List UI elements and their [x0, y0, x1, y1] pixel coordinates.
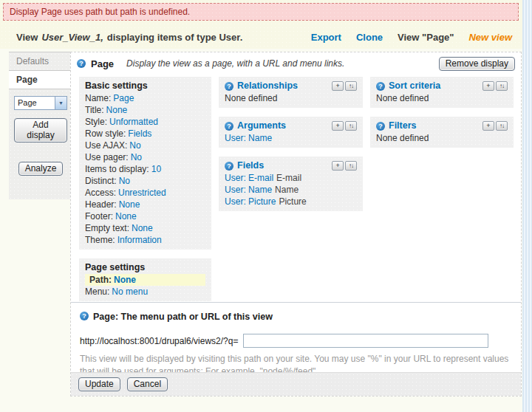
- argument-item-link[interactable]: User: Name: [225, 133, 272, 143]
- add-icon[interactable]: +: [332, 161, 344, 171]
- chevron-down-icon: ▼: [55, 97, 66, 109]
- setting-row: Use AJAX:No: [85, 140, 205, 151]
- path-input[interactable]: [243, 334, 488, 348]
- path-value-link[interactable]: None: [114, 275, 136, 285]
- menu-value-link[interactable]: No menu: [112, 286, 148, 297]
- page-settings-box: Page settings Path:None Menu:No menu: [79, 258, 211, 301]
- setting-value-link[interactable]: None: [119, 199, 140, 210]
- fields-title: Fields: [237, 159, 328, 172]
- arguments-box: ? Arguments + ↑↓ User: Name: [219, 117, 363, 148]
- add-display-button[interactable]: Add display: [14, 118, 67, 143]
- setting-row: Header:None: [85, 199, 205, 210]
- analyze-button[interactable]: Analyze: [18, 162, 64, 176]
- relationships-title: Relationships: [237, 80, 328, 92]
- help-icon[interactable]: ?: [376, 122, 385, 131]
- setting-value-link[interactable]: Information: [117, 235, 162, 245]
- add-icon[interactable]: +: [332, 81, 344, 91]
- setting-value-link[interactable]: No: [119, 176, 130, 186]
- rearrange-icon[interactable]: ↑↓: [345, 81, 357, 91]
- cancel-button[interactable]: Cancel: [127, 377, 168, 391]
- rearrange-icon[interactable]: ↑↓: [345, 121, 357, 131]
- setting-row: Theme:Information: [85, 234, 205, 246]
- settings-columns: Basic settings Name:Page Title:None Styl…: [71, 75, 521, 310]
- setting-row: Access:Unrestricted: [85, 187, 205, 199]
- fields-box: ? Fields + ↑↓ User: E-mailE-mail User: N…: [219, 157, 363, 211]
- setting-value-link[interactable]: Unformatted: [109, 117, 158, 127]
- basic-settings-title: Basic settings: [85, 80, 205, 92]
- new-view-link[interactable]: New view: [468, 32, 512, 43]
- setting-row: Footer:None: [85, 210, 205, 222]
- setting-value-link[interactable]: Unrestricted: [118, 188, 166, 198]
- relationships-empty: None defined: [225, 92, 357, 104]
- setting-row: Empty text:None: [85, 222, 205, 234]
- sort-criteria-title: Sort criteria: [389, 80, 479, 92]
- url-prefix: http://localhost:8001/drupal6/views2/?q=: [80, 336, 241, 346]
- field-item-link[interactable]: User: Name: [225, 185, 272, 195]
- setting-row: Distinct:No: [85, 175, 205, 187]
- error-message: Display Page uses path but path is undef…: [3, 3, 519, 21]
- view-description: displaying items of type User.: [107, 32, 243, 43]
- help-icon[interactable]: ?: [80, 312, 89, 320]
- help-icon[interactable]: ?: [376, 82, 385, 91]
- display-tabs-sidebar: Defaults Page Page ▼ Add display Analyze: [9, 52, 71, 199]
- path-form: ? Page: The menu path or URL of this vie…: [71, 302, 521, 396]
- add-icon[interactable]: +: [482, 121, 494, 131]
- setting-row: Style:Unformatted: [85, 116, 205, 128]
- tab-defaults[interactable]: Defaults: [9, 52, 71, 71]
- rearrange-icon[interactable]: ↑↓: [496, 121, 508, 131]
- field-row: User: NameName: [225, 184, 357, 196]
- setting-value-link[interactable]: Fields: [128, 128, 151, 139]
- add-icon[interactable]: +: [482, 81, 494, 91]
- field-row: User: PicturePicture: [225, 196, 357, 207]
- field-item-link[interactable]: User: E-mail: [225, 173, 273, 183]
- relationships-box: ? Relationships + ↑↓ None defined: [219, 77, 363, 108]
- field-item-link[interactable]: User: Picture: [225, 196, 276, 207]
- path-form-title: Page: The menu path or URL of this view: [93, 312, 273, 322]
- remove-display-button[interactable]: Remove display: [439, 57, 515, 71]
- error-message-text: Display Page uses path but path is undef…: [10, 7, 190, 17]
- setting-row: Row style:Fields: [85, 128, 205, 140]
- filters-box: ? Filters + ↑↓ None defined: [370, 117, 514, 148]
- sort-criteria-box: ? Sort criteria + ↑↓ None defined: [370, 77, 514, 108]
- filters-empty: None defined: [376, 132, 508, 144]
- rearrange-icon[interactable]: ↑↓: [496, 81, 508, 91]
- setting-row: Title:None: [85, 104, 205, 116]
- setting-value-link[interactable]: Page: [113, 93, 134, 103]
- arguments-title: Arguments: [237, 120, 328, 132]
- setting-value-link[interactable]: None: [106, 105, 128, 115]
- basic-settings-box: Basic settings Name:Page Title:None Styl…: [79, 77, 211, 250]
- display-title: Page: [91, 58, 114, 69]
- path-setting-row: Path:None: [85, 274, 205, 286]
- tab-page[interactable]: Page: [9, 71, 72, 89]
- clone-link[interactable]: Clone: [356, 32, 383, 43]
- sort-criteria-empty: None defined: [376, 92, 508, 104]
- field-row: User: E-mailE-mail: [225, 172, 357, 184]
- setting-row: Use pager:No: [85, 151, 205, 163]
- help-icon[interactable]: ?: [225, 162, 233, 171]
- update-button[interactable]: Update: [78, 377, 120, 391]
- rearrange-icon[interactable]: ↑↓: [345, 161, 357, 171]
- theme-background-strip: [522, 0, 532, 412]
- view-page-link[interactable]: View "Page": [398, 32, 454, 43]
- view-name: User_View_1,: [41, 32, 103, 43]
- page-settings-title: Page settings: [85, 261, 205, 274]
- setting-value-link[interactable]: None: [115, 211, 137, 222]
- help-icon[interactable]: ?: [225, 122, 233, 131]
- filters-title: Filters: [389, 120, 479, 132]
- page-header-area: Display Page uses path but path is undef…: [0, 0, 522, 49]
- help-icon[interactable]: ?: [77, 59, 86, 68]
- setting-value-link[interactable]: No: [131, 152, 142, 162]
- display-type-select[interactable]: Page ▼: [14, 96, 67, 110]
- display-subtitle: Display the view as a page, with a URL a…: [126, 58, 434, 69]
- menu-setting-row: Menu:No menu: [85, 286, 205, 298]
- export-link[interactable]: Export: [311, 32, 341, 43]
- view-summary-bar: View User_View_1, displaying items of ty…: [0, 27, 522, 47]
- setting-value-link[interactable]: 10: [151, 164, 161, 174]
- form-actions: Update Cancel: [71, 372, 521, 396]
- add-icon[interactable]: +: [332, 121, 344, 131]
- help-icon[interactable]: ?: [225, 82, 233, 91]
- setting-row: Items to display:10: [85, 163, 205, 175]
- display-editor-panel: ? Page Display the view as a page, with …: [70, 52, 522, 396]
- setting-value-link[interactable]: No: [129, 140, 140, 151]
- setting-value-link[interactable]: None: [132, 223, 153, 233]
